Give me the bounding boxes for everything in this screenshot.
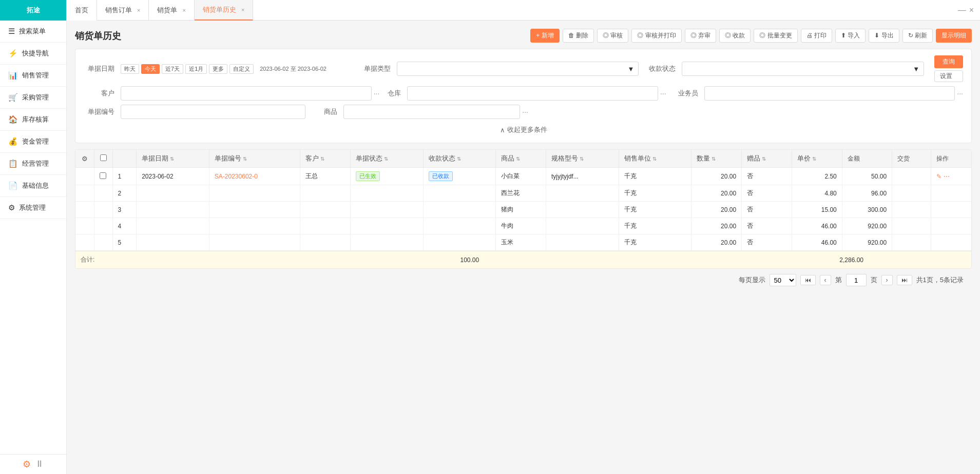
row-checkbox[interactable] xyxy=(100,172,106,179)
delete-button[interactable]: 🗑 删除 xyxy=(563,29,594,43)
date-btn-custom[interactable]: 自定义 xyxy=(229,64,254,74)
td-transaction xyxy=(892,202,931,218)
tab-sales-order[interactable]: 销售订单 × xyxy=(97,0,149,21)
print-button[interactable]: 🖨 打印 xyxy=(801,29,832,43)
customer-dots-btn[interactable]: ··· xyxy=(374,89,380,97)
page-prev-btn[interactable]: ‹ xyxy=(820,275,831,285)
refresh-button[interactable]: ↻ 刷新 xyxy=(902,29,933,43)
payment-status-select[interactable]: ▼ xyxy=(682,62,924,76)
sidebar-item-search-menu[interactable]: ☰ 搜索菜单 xyxy=(0,21,66,43)
td-goods: 玉米 xyxy=(496,234,546,251)
doc-no-link[interactable]: SA-20230602-0 xyxy=(215,173,258,180)
th-doc-status[interactable]: 单据状态 ⇅ xyxy=(350,150,423,168)
warehouse-input[interactable] xyxy=(407,86,658,101)
td-qty: 20.00 xyxy=(691,185,742,202)
page-last-btn[interactable]: ⏭ xyxy=(897,275,912,285)
date-btn-yesterday[interactable]: 昨天 xyxy=(121,64,139,74)
salesperson-input[interactable] xyxy=(704,86,955,101)
window-minimize-btn[interactable]: — xyxy=(958,6,966,15)
batch-change-button[interactable]: ◎ 批量变更 xyxy=(754,29,797,43)
td-checkbox[interactable] xyxy=(94,185,112,202)
new-button[interactable]: + 新增 xyxy=(530,29,559,43)
date-btn-today[interactable]: 今天 xyxy=(141,64,160,74)
th-doc-no[interactable]: 单据编号 ⇅ xyxy=(209,150,300,168)
sidebar-item-basic-info[interactable]: 📄 基础信息 xyxy=(0,175,66,197)
settings-button[interactable]: 设置 xyxy=(934,70,963,82)
window-close-btn[interactable]: × xyxy=(969,6,974,15)
td-goods: 西兰花 xyxy=(496,185,546,202)
sidebar-item-quick-nav[interactable]: ⚡ 快捷导航 xyxy=(0,43,66,65)
page-input[interactable]: 1 xyxy=(846,274,867,286)
sidebar-pause-icon[interactable]: ⏸ xyxy=(35,459,44,470)
import-button[interactable]: ⬆ 导入 xyxy=(835,29,866,43)
page-next-btn[interactable]: › xyxy=(881,275,893,285)
th-gift[interactable]: 赠品 ⇅ xyxy=(742,150,792,168)
td-gift: 否 xyxy=(742,218,792,234)
collapse-button[interactable]: ∧ 收起更多条件 xyxy=(498,123,549,136)
td-amount: 920.00 xyxy=(842,218,892,234)
doc-type-select[interactable]: ▼ xyxy=(397,62,639,76)
td-customer xyxy=(300,185,351,202)
date-btn-1month[interactable]: 近1月 xyxy=(185,64,207,74)
sidebar-item-inventory[interactable]: 🏠 库存核算 xyxy=(0,109,66,131)
export-button[interactable]: ⬇ 导出 xyxy=(869,29,899,43)
goods-dots-btn[interactable]: ··· xyxy=(522,108,528,116)
th-checkbox[interactable] xyxy=(94,150,112,168)
tab-sales-history[interactable]: 销货单历史 × xyxy=(195,0,253,21)
tab-sales-history-close[interactable]: × xyxy=(241,7,244,13)
th-doc-date[interactable]: 单据日期 ⇅ xyxy=(137,150,209,168)
select-all-checkbox[interactable] xyxy=(100,154,107,161)
audit-button[interactable]: ◎ 审核 xyxy=(597,29,628,43)
th-goods[interactable]: 商品 ⇅ xyxy=(496,150,546,168)
td-unit-price: 46.00 xyxy=(792,218,842,234)
doc-no-input[interactable] xyxy=(121,105,305,119)
th-qty[interactable]: 数量 ⇅ xyxy=(691,150,742,168)
td-unit-price: 2.50 xyxy=(792,168,842,185)
operations-mgmt-icon: 📋 xyxy=(8,159,18,168)
audit-print-button[interactable]: ◎ 审核并打印 xyxy=(631,29,681,43)
th-gear[interactable]: ⚙ xyxy=(75,150,94,168)
th-unit-price[interactable]: 单价 ⇅ xyxy=(792,150,842,168)
td-checkbox[interactable] xyxy=(94,168,112,185)
sidebar-item-system-mgmt[interactable]: ⚙ 系统管理 xyxy=(0,197,66,219)
page-label: 第 xyxy=(835,275,842,285)
sort-icon: ⇅ xyxy=(243,156,247,162)
sidebar-item-operations-mgmt[interactable]: 📋 经营管理 xyxy=(0,153,66,175)
sidebar-item-purchase-mgmt[interactable]: 🛒 采购管理 xyxy=(0,87,66,109)
sort-icon: ⇅ xyxy=(320,156,324,162)
td-checkbox[interactable] xyxy=(94,234,112,251)
query-button[interactable]: 查询 xyxy=(934,55,963,68)
doc-date-label: 单据日期 xyxy=(84,64,114,73)
th-customer[interactable]: 客户 ⇅ xyxy=(300,150,351,168)
sidebar-item-finance-mgmt[interactable]: 💰 资金管理 xyxy=(0,131,66,153)
salesperson-label: 业务员 xyxy=(672,89,698,98)
receive-button[interactable]: ◎ 收款 xyxy=(719,29,751,43)
sidebar-item-sales-mgmt[interactable]: 📊 销售管理 xyxy=(0,65,66,87)
tab-home[interactable]: 首页 xyxy=(67,0,97,21)
td-checkbox[interactable] xyxy=(94,218,112,234)
th-payment-status[interactable]: 收款状态 ⇅ xyxy=(423,150,496,168)
show-detail-button[interactable]: 显示明细 xyxy=(936,29,972,43)
tab-home-label: 首页 xyxy=(75,6,88,15)
td-checkbox[interactable] xyxy=(94,202,112,218)
td-doc-date xyxy=(137,202,209,218)
customer-input[interactable] xyxy=(121,86,372,101)
tab-sales-goods[interactable]: 销货单 × xyxy=(149,0,194,21)
tab-sales-goods-close[interactable]: × xyxy=(182,7,185,13)
per-page-select[interactable]: 50 100 200 xyxy=(770,274,796,286)
sidebar-settings-icon[interactable]: ⚙ xyxy=(23,459,31,470)
tab-sales-order-label: 销售订单 xyxy=(105,6,132,15)
salesperson-dots-btn[interactable]: ··· xyxy=(957,89,963,97)
date-btn-7days[interactable]: 近7天 xyxy=(162,64,183,74)
tab-sales-order-close[interactable]: × xyxy=(137,7,140,13)
date-btn-more[interactable]: 更多 xyxy=(209,64,227,74)
warehouse-dots-btn[interactable]: ··· xyxy=(660,89,666,97)
more-action-btn[interactable]: ⋯ xyxy=(944,173,950,180)
td-transaction xyxy=(892,185,931,202)
page-first-btn[interactable]: ⏮ xyxy=(800,275,816,285)
edit-action-btn[interactable]: ✎ xyxy=(936,173,941,180)
abandon-button[interactable]: ◎ 弃审 xyxy=(685,29,716,43)
th-spec-type[interactable]: 规格型号 ⇅ xyxy=(546,150,619,168)
th-sales-unit[interactable]: 销售单位 ⇅ xyxy=(619,150,691,168)
goods-input[interactable] xyxy=(343,105,520,119)
